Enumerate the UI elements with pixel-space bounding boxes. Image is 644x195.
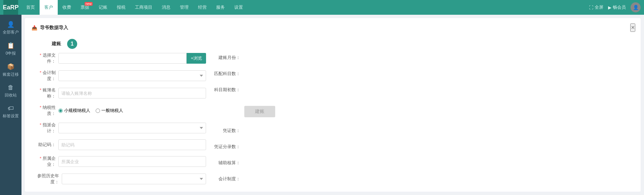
memo-row: 助记码： — [32, 139, 206, 150]
sidebar-item-all-customers[interactable]: 👤 全部客户 — [0, 18, 21, 38]
sidebar-item-tags[interactable]: 🏷 标签设置 — [0, 102, 21, 122]
ledger-name-label: * 账簿名称： — [32, 87, 58, 99]
nav-service[interactable]: 服务 — [211, 0, 230, 15]
sidebar: 👤 全部客户 📋 0申报 📦 账套迁移 🗑 回收站 🏷 标签设置 — [0, 15, 21, 195]
ledger-name-input[interactable] — [58, 88, 206, 99]
page-body: 📥 导爷数据导入 × 建账 1 * 选择文件： — [25, 18, 641, 192]
tax-type-radio-group: 小规模纳税人 一般纳税人 — [58, 108, 123, 114]
history-year-row: 参照历史年度： — [32, 173, 206, 185]
voucher-entries-row: 凭证分录数： — [213, 141, 307, 152]
step-circle: 1 — [67, 39, 77, 49]
sidebar-item-zero-filing[interactable]: 📋 0申报 — [0, 39, 21, 59]
nav-bookkeeping[interactable]: 记账 — [94, 0, 112, 15]
zero-filing-icon: 📋 — [7, 42, 14, 49]
nav-management[interactable]: 管理 — [175, 0, 193, 15]
file-label: * 选择文件： — [32, 52, 58, 64]
fullscreen-icon: ⛶ — [589, 5, 593, 10]
close-button[interactable]: × — [630, 23, 635, 32]
form-layout: * 选择文件： +浏览 * 会计制度： — [32, 52, 634, 185]
history-year-label: 参照历史年度： — [32, 173, 62, 185]
nav-settings[interactable]: 设置 — [230, 0, 248, 15]
migration-icon: 📦 — [7, 63, 14, 70]
voucher-count-label: 凭证数： — [213, 128, 243, 134]
voucher-entries-label: 凭证分录数： — [213, 144, 243, 150]
history-year-select[interactable] — [62, 174, 206, 184]
company-label: * 所属企业： — [32, 155, 58, 168]
tags-icon: 🏷 — [8, 105, 14, 112]
nav-right: ⛶ 全屏 ▶ 畅会员 👤 — [589, 2, 641, 12]
tax-type-label: * 纳税性质： — [32, 105, 58, 117]
initial-amount-label: 科目期初数： — [213, 87, 243, 93]
memo-input[interactable] — [58, 139, 206, 150]
match-subjects-row: 匹配科目数： — [213, 68, 307, 79]
member-icon: ▶ — [608, 5, 611, 10]
build-month-row: 建账月份： — [213, 52, 307, 63]
accounting-system-info-label: 会计制度： — [213, 176, 243, 182]
new-badge: new — [85, 2, 93, 6]
accountant-label: * 指派会计： — [32, 122, 58, 134]
memo-label: 助记码： — [32, 142, 58, 148]
ledger-name-row: * 账簿名称： — [32, 87, 206, 99]
aux-accounting-row: 辅助核算： — [213, 157, 307, 168]
step-label: 建账 1 — [52, 39, 634, 49]
general-taxpayer-radio[interactable]: 一般纳税人 — [96, 108, 123, 114]
aux-accounting-label: 辅助核算： — [213, 160, 243, 166]
fullscreen-btn[interactable]: ⛶ 全屏 — [589, 4, 603, 10]
top-nav: EaRP 首页 客户 收费 票据 new 记账 报税 工商项目 消息 管理 经营… — [0, 0, 644, 15]
sidebar-item-recycle[interactable]: 🗑 回收站 — [0, 81, 21, 101]
app-logo: EaRP — [3, 0, 18, 15]
build-month-label: 建账月份： — [213, 55, 243, 61]
build-account-button[interactable]: 建账 — [244, 106, 275, 117]
match-subjects-label: 匹配科目数： — [213, 71, 243, 77]
sidebar-item-account-migration[interactable]: 📦 账套迁移 — [0, 60, 21, 80]
form-right: 建账月份： 匹配科目数： 科目期初数： 建账 — [213, 52, 307, 185]
browse-button[interactable]: +浏览 — [187, 53, 206, 64]
nav-tax[interactable]: 报税 — [112, 0, 130, 15]
file-row: * 选择文件： +浏览 — [32, 52, 206, 64]
accounting-system-row: * 会计制度： — [32, 70, 206, 82]
all-customers-icon: 👤 — [7, 21, 14, 28]
accountant-row: * 指派会计： — [32, 122, 206, 134]
nav-operation[interactable]: 经营 — [193, 0, 211, 15]
form-left: * 选择文件： +浏览 * 会计制度： — [32, 52, 206, 185]
accountant-select[interactable] — [58, 123, 206, 133]
small-taxpayer-radio[interactable]: 小规模纳税人 — [58, 108, 90, 114]
member-btn[interactable]: ▶ 畅会员 — [608, 4, 626, 10]
nav-fees[interactable]: 收费 — [58, 0, 76, 15]
initial-amount-row: 科目期初数： — [213, 84, 307, 95]
voucher-count-row: 凭证数： — [213, 125, 307, 136]
main-content: 📥 导爷数据导入 × 建账 1 * 选择文件： — [21, 15, 644, 195]
accounting-system-label: * 会计制度： — [32, 70, 58, 82]
accounting-system-info-row: 会计制度： — [213, 174, 307, 184]
recycle-icon: 🗑 — [8, 84, 14, 91]
tax-type-row: * 纳税性质： 小规模纳税人 一般纳税人 — [32, 105, 206, 117]
file-input[interactable] — [58, 53, 187, 64]
avatar[interactable]: 👤 — [631, 2, 641, 12]
nav-customers[interactable]: 客户 — [40, 0, 58, 15]
accounting-system-select[interactable] — [58, 70, 206, 81]
company-row: * 所属企业： — [32, 155, 206, 168]
nav-tickets[interactable]: 票据 new — [76, 0, 94, 15]
import-icon: 📥 — [32, 25, 37, 30]
nav-business[interactable]: 工商项目 — [130, 0, 157, 15]
nav-home[interactable]: 首页 — [21, 0, 40, 15]
nav-message[interactable]: 消息 — [157, 0, 175, 15]
company-input[interactable] — [58, 156, 206, 167]
page-title: 📥 导爷数据导入 — [32, 25, 634, 31]
